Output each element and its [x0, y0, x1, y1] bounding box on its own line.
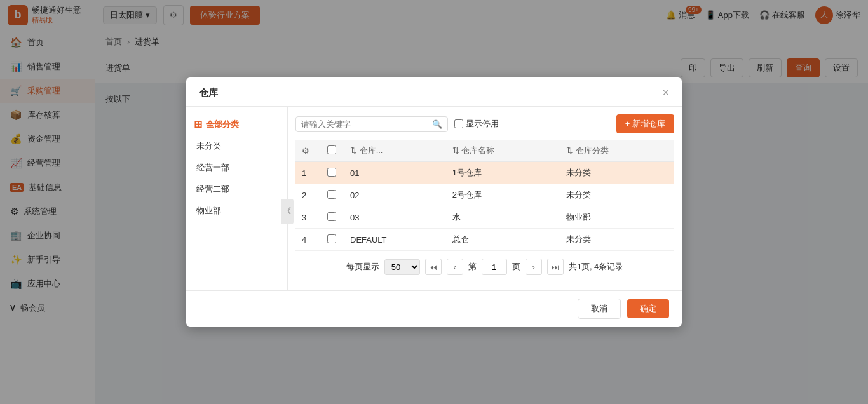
table-row[interactable]: 4 DEFAULT 总仓 未分类: [295, 229, 674, 251]
category-item-unclassified[interactable]: 未分类: [186, 135, 287, 157]
select-all-checkbox[interactable]: [327, 145, 336, 154]
grid-icon: ⊞: [194, 118, 202, 130]
row-checkbox[interactable]: [321, 206, 344, 229]
category-panel: ⊞ 全部分类 未分类 经营一部 经营二部 物业部 《: [186, 107, 288, 290]
show-disabled-checkbox[interactable]: [454, 119, 463, 128]
warehouse-modal: 仓库 × ⊞ 全部分类 未分类 经营一部 经营二部 物业部 《: [186, 77, 682, 327]
col-name-label: 仓库名称: [461, 145, 494, 155]
row-category: 未分类: [560, 184, 674, 206]
category-all-label: 全部分类: [206, 119, 239, 130]
row-code: 01: [344, 162, 446, 184]
page-end-label: 页: [512, 261, 520, 273]
row-category: 物业部: [560, 206, 674, 229]
category-label-dept2: 经营二部: [196, 184, 229, 194]
row-code: 02: [344, 184, 446, 206]
modal-title: 仓库: [199, 87, 218, 99]
page-label: 第: [468, 261, 477, 273]
modal-body: ⊞ 全部分类 未分类 经营一部 经营二部 物业部 《: [186, 107, 682, 290]
row-index: 4: [295, 229, 321, 251]
col-category-label: 仓库分类: [576, 145, 609, 155]
gear-col-icon: ⚙: [302, 146, 309, 156]
modal-close-button[interactable]: ×: [662, 86, 669, 100]
row-name: 2号仓库: [446, 184, 560, 206]
col-header-name: ⇅ 仓库名称: [446, 140, 560, 162]
prev-page-button[interactable]: ‹: [447, 259, 463, 275]
per-page-label: 每页显示: [346, 261, 379, 273]
warehouse-table: ⚙ ⇅ 仓库... ⇅ 仓库名称: [295, 140, 674, 251]
row-name: 水: [446, 206, 560, 229]
category-item-dept2[interactable]: 经营二部: [186, 178, 287, 200]
pagination: 每页显示 50 100 200 ⏮ ‹ 第 页 › ⏭ 共1页, 4条记录: [295, 251, 674, 283]
first-page-button[interactable]: ⏮: [425, 259, 442, 275]
sort-icon-name: ⇅: [452, 145, 459, 155]
category-label-unclassified: 未分类: [196, 141, 221, 151]
add-warehouse-button[interactable]: + 新增仓库: [616, 114, 674, 133]
sort-icon: ⇅: [350, 145, 357, 155]
row-name: 总仓: [446, 229, 560, 251]
row-code: DEFAULT: [344, 229, 446, 251]
cancel-button[interactable]: 取消: [578, 299, 621, 319]
table-row[interactable]: 2 02 2号仓库 未分类: [295, 184, 674, 206]
search-icon: 🔍: [432, 119, 442, 129]
row-code: 03: [344, 206, 446, 229]
row-index: 1: [295, 162, 321, 184]
page-input[interactable]: [482, 259, 507, 275]
category-label-property: 物业部: [196, 206, 221, 215]
table-row[interactable]: 3 03 水 物业部: [295, 206, 674, 229]
row-name: 1号仓库: [446, 162, 560, 184]
table-toolbar: 🔍 显示停用 + 新增仓库: [295, 114, 674, 133]
last-page-button[interactable]: ⏭: [547, 259, 564, 275]
row-checkbox[interactable]: [321, 162, 344, 184]
row-index: 2: [295, 184, 321, 206]
row-category: 未分类: [560, 229, 674, 251]
modal-footer: 取消 确定: [186, 290, 682, 327]
modal-header: 仓库 ×: [186, 77, 682, 107]
collapse-button[interactable]: 《: [281, 199, 294, 224]
collapse-icon: 《: [283, 206, 291, 217]
category-all-button[interactable]: ⊞ 全部分类: [186, 113, 287, 135]
row-index: 3: [295, 206, 321, 229]
row-checkbox[interactable]: [321, 229, 344, 251]
col-header-gear: ⚙: [295, 140, 321, 162]
row-category: 未分类: [560, 162, 674, 184]
table-panel: 🔍 显示停用 + 新增仓库 ⚙: [288, 107, 682, 290]
category-label-dept1: 经营一部: [196, 163, 229, 172]
col-header-checkbox: [321, 140, 344, 162]
search-input[interactable]: [301, 119, 432, 129]
confirm-button[interactable]: 确定: [627, 299, 669, 318]
next-page-button[interactable]: ›: [526, 259, 542, 275]
category-item-property[interactable]: 物业部: [186, 200, 287, 222]
col-header-category: ⇅ 仓库分类: [560, 140, 674, 162]
show-disabled-text: 显示停用: [466, 118, 499, 130]
search-input-wrap: 🔍: [295, 116, 448, 132]
per-page-select[interactable]: 50 100 200: [384, 259, 420, 275]
show-disabled-label[interactable]: 显示停用: [454, 118, 499, 130]
category-item-dept1[interactable]: 经营一部: [186, 157, 287, 178]
row-checkbox[interactable]: [321, 184, 344, 206]
sort-icon-cat: ⇅: [566, 145, 573, 155]
col-header-code: ⇅ 仓库...: [344, 140, 446, 162]
table-row[interactable]: 1 01 1号仓库 未分类: [295, 162, 674, 184]
col-code-label: 仓库...: [360, 145, 383, 155]
total-label: 共1页, 4条记录: [569, 261, 624, 273]
